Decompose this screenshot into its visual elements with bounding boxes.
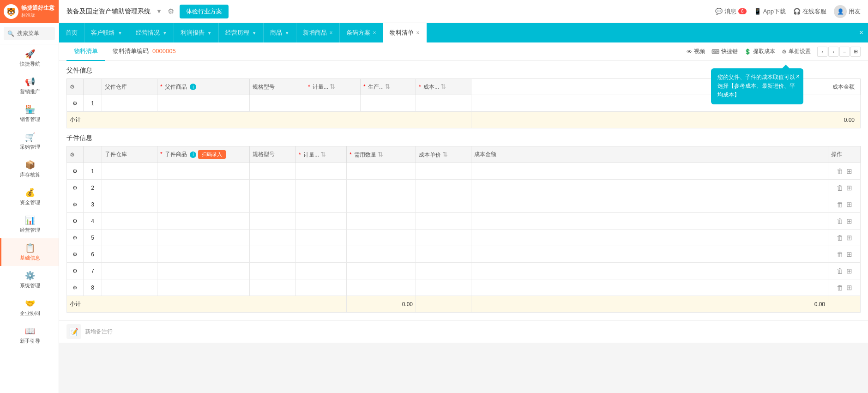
- sidebar-item-enterprise[interactable]: 🤝 企业协同: [0, 294, 59, 321]
- child-unit-cost-cell[interactable]: [416, 230, 471, 246]
- online-service-action[interactable]: 🎧 在线客服: [793, 7, 826, 16]
- child-unit-cell[interactable]: [296, 279, 347, 296]
- nav-left-button[interactable]: ‹: [817, 47, 827, 57]
- delete-icon[interactable]: 🗑: [837, 200, 844, 209]
- close-icon[interactable]: ×: [416, 30, 420, 36]
- sidebar-item-system[interactable]: ⚙️ 系统管理: [0, 266, 59, 294]
- tab-operations[interactable]: 经营情况 ▼: [129, 23, 174, 42]
- sort-icon[interactable]: ⇅: [378, 151, 383, 158]
- child-warehouse-cell[interactable]: [102, 196, 157, 213]
- child-goods-cell[interactable]: [157, 163, 250, 180]
- child-spec-cell[interactable]: [250, 246, 296, 263]
- copy-icon[interactable]: ⊞: [846, 250, 852, 259]
- child-warehouse-cell[interactable]: [102, 213, 157, 230]
- topbar-gear-icon[interactable]: ⚙: [168, 7, 174, 16]
- user-area[interactable]: 👤 用友: [834, 5, 861, 18]
- cost-action[interactable]: 💲 提取成本: [744, 48, 775, 55]
- app-download-action[interactable]: 📱 App下载: [754, 7, 786, 16]
- child-warehouse-cell[interactable]: [102, 279, 157, 296]
- child-unit-cell[interactable]: [296, 213, 347, 230]
- child-qty-cell[interactable]: [347, 279, 416, 296]
- delete-icon[interactable]: 🗑: [837, 284, 844, 292]
- child-qty-cell[interactable]: [347, 163, 416, 180]
- delete-icon[interactable]: 🗑: [837, 217, 844, 225]
- delete-icon[interactable]: 🗑: [837, 184, 844, 192]
- tab-close-all[interactable]: ×: [855, 29, 868, 37]
- child-spec-cell[interactable]: [250, 263, 296, 279]
- copy-icon[interactable]: ⊞: [846, 217, 852, 225]
- sort-icon[interactable]: ⇅: [385, 83, 391, 90]
- parent-goods-cell[interactable]: [157, 95, 250, 112]
- view-action[interactable]: 👁 视频: [687, 48, 705, 55]
- scan-button[interactable]: 扫码录入: [198, 150, 226, 159]
- tab-history[interactable]: 经营历程 ▼: [219, 23, 264, 42]
- child-goods-cell[interactable]: [157, 279, 250, 296]
- sidebar-item-finance[interactable]: 💰 资金管理: [0, 183, 59, 211]
- row-settings-cell[interactable]: ⚙: [67, 180, 84, 196]
- tab-customer[interactable]: 客户联络 ▼: [84, 23, 129, 42]
- child-unit-cost-cell[interactable]: [416, 279, 471, 296]
- row-settings-cell[interactable]: ⚙: [67, 279, 84, 296]
- child-spec-cell[interactable]: [250, 180, 296, 196]
- settings-icon[interactable]: ⚙: [70, 151, 75, 158]
- delete-icon[interactable]: 🗑: [837, 250, 844, 259]
- parent-unit-cell[interactable]: [305, 95, 361, 112]
- sidebar-item-marketing[interactable]: 📢 营销推广: [0, 72, 59, 100]
- row-settings-cell[interactable]: ⚙: [67, 95, 84, 112]
- copy-icon[interactable]: ⊞: [846, 167, 852, 175]
- child-qty-cell[interactable]: [347, 263, 416, 279]
- row-settings-cell[interactable]: ⚙: [67, 196, 84, 213]
- copy-icon[interactable]: ⊞: [846, 184, 852, 192]
- child-unit-cell[interactable]: [296, 196, 347, 213]
- row-settings-cell[interactable]: ⚙: [67, 246, 84, 263]
- tab-home[interactable]: 首页: [59, 23, 84, 42]
- child-qty-cell[interactable]: [347, 213, 416, 230]
- parent-produce-cell[interactable]: [361, 95, 416, 112]
- child-unit-cell[interactable]: [296, 163, 347, 180]
- tooltip-close-button[interactable]: ×: [796, 71, 800, 81]
- sort-icon[interactable]: ⇅: [330, 83, 335, 90]
- sort-icon[interactable]: ⇅: [442, 151, 448, 158]
- topbar-dropdown-icon[interactable]: ▼: [156, 8, 162, 15]
- child-unit-cell[interactable]: [296, 246, 347, 263]
- trial-button[interactable]: 体验行业方案: [180, 5, 229, 18]
- shortcut-action[interactable]: ⌨ 快捷键: [711, 48, 738, 55]
- child-warehouse-cell[interactable]: [102, 230, 157, 246]
- child-unit-cost-cell[interactable]: [416, 263, 471, 279]
- copy-icon[interactable]: ⊞: [846, 234, 852, 242]
- tab-bom[interactable]: 物料清单 ×: [383, 23, 427, 42]
- parent-cost-cell[interactable]: [416, 95, 471, 112]
- child-goods-cell[interactable]: [157, 180, 250, 196]
- child-unit-cell[interactable]: [296, 180, 347, 196]
- delete-icon[interactable]: 🗑: [837, 234, 844, 242]
- parent-spec-cell[interactable]: [250, 95, 305, 112]
- sidebar-search-area[interactable]: 🔍 搜索菜单: [0, 23, 59, 44]
- delete-icon[interactable]: 🗑: [837, 167, 844, 175]
- copy-icon[interactable]: ⊞: [846, 284, 852, 292]
- parent-warehouse-cell[interactable]: [102, 95, 157, 112]
- nav-grid-button[interactable]: ⊞: [850, 47, 861, 57]
- close-icon[interactable]: ×: [330, 30, 333, 36]
- child-goods-cell[interactable]: [157, 230, 250, 246]
- sidebar-item-sales[interactable]: 🏪 销售管理: [0, 100, 59, 127]
- child-unit-cell[interactable]: [296, 230, 347, 246]
- delete-icon[interactable]: 🗑: [837, 267, 844, 275]
- sidebar-item-guide[interactable]: 📖 新手引导: [0, 321, 59, 349]
- setting-action[interactable]: ⚙ 单据设置: [782, 48, 811, 55]
- sub-tab-code[interactable]: 物料清单编码 0000005: [105, 42, 183, 61]
- sidebar-item-quick[interactable]: 🚀 快捷导航: [0, 44, 59, 72]
- child-spec-cell[interactable]: [250, 279, 296, 296]
- sort-icon[interactable]: ⇅: [320, 151, 326, 158]
- row-settings-cell[interactable]: ⚙: [67, 163, 84, 180]
- child-unit-cost-cell[interactable]: [416, 246, 471, 263]
- close-icon[interactable]: ×: [373, 30, 376, 36]
- tab-goods[interactable]: 商品 ▼: [264, 23, 296, 42]
- child-unit-cost-cell[interactable]: [416, 163, 471, 180]
- row-settings-cell[interactable]: ⚙: [67, 263, 84, 279]
- child-goods-cell[interactable]: [157, 263, 250, 279]
- child-qty-cell[interactable]: [347, 180, 416, 196]
- tab-barcode[interactable]: 条码方案 ×: [340, 23, 383, 42]
- child-unit-cell[interactable]: [296, 263, 347, 279]
- child-qty-cell[interactable]: [347, 230, 416, 246]
- child-warehouse-cell[interactable]: [102, 163, 157, 180]
